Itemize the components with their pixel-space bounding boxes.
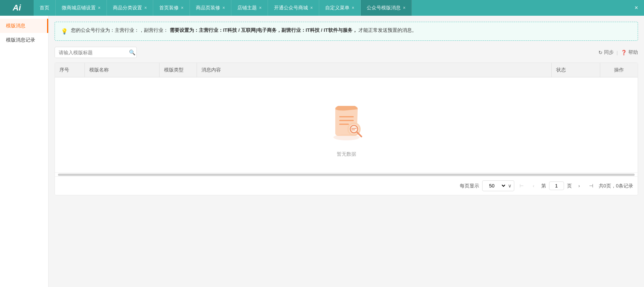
- tab-open-wechat-shop[interactable]: 开通公众号商城×: [268, 0, 319, 16]
- page-size-select-wrapper: 50 10 20 100 ∨: [482, 180, 514, 191]
- tab-label-open-wechat-shop: 开通公众号商城: [274, 4, 308, 11]
- page-size-chevron: ∨: [508, 183, 512, 189]
- page-label: 第: [541, 183, 546, 189]
- tab-shop-theme[interactable]: 店铺主题×: [231, 0, 268, 16]
- tab-category-settings[interactable]: 商品分类设置×: [107, 0, 153, 16]
- total-info: 共0页，0条记录: [599, 183, 633, 189]
- table-header: 序号 模版名称 模版类型 消息内容 状态 操作: [55, 63, 638, 77]
- help-icon: ❓: [621, 50, 627, 55]
- scroll-area[interactable]: [55, 172, 638, 176]
- tab-label-category-settings: 商品分类设置: [113, 4, 142, 11]
- tab-label-template-message: 公众号模版消息: [367, 4, 401, 11]
- sync-icon: ↻: [598, 50, 603, 55]
- notice-text: 您的公众号行业为：主营行业：，副营行业： 需要设置为：主营行业：IT科技 / 互…: [71, 27, 417, 34]
- page-prev-button[interactable]: ‹: [529, 181, 538, 190]
- tab-close-category-settings[interactable]: ×: [144, 5, 147, 10]
- logo: Ai: [0, 0, 34, 16]
- help-button[interactable]: ❓ 帮助: [621, 49, 638, 56]
- tab-close-shop-theme[interactable]: ×: [259, 5, 262, 10]
- tab-shop-settings[interactable]: 微商城店铺设置×: [56, 0, 107, 16]
- col-header-content: 消息内容: [197, 63, 552, 77]
- tab-label-home: 首页: [40, 4, 49, 11]
- notice-banner: 💡 您的公众号行业为：主营行业：，副营行业： 需要设置为：主营行业：IT科技 /…: [55, 22, 638, 41]
- sidebar-item-template-message[interactable]: 模版消息: [0, 19, 48, 33]
- page-size-label: 每页显示: [460, 183, 479, 189]
- toolbar-right: ↻ 同步 | ❓ 帮助: [598, 49, 638, 56]
- sidebar-item-template-message-log[interactable]: 模版消息记录: [0, 33, 48, 47]
- search-button[interactable]: 🔍: [125, 47, 137, 58]
- search-box: 🔍: [55, 47, 137, 58]
- tab-close-custom-menu[interactable]: ×: [352, 5, 354, 10]
- pagination: 每页显示 50 10 20 100 ∨ ⊢ ‹ 第 页 › ⊣ 共0页，0: [55, 176, 638, 195]
- tab-custom-menu[interactable]: 自定义菜单×: [319, 0, 361, 16]
- tab-label-shop-settings: 微商城店铺设置: [62, 4, 96, 11]
- notice-icon: 💡: [61, 27, 68, 36]
- page-last-button[interactable]: ⊣: [587, 181, 596, 190]
- tab-home-decor[interactable]: 首页装修×: [153, 0, 190, 16]
- sync-button[interactable]: ↻ 同步: [598, 49, 614, 56]
- tab-template-message[interactable]: 公众号模版消息×: [361, 0, 412, 16]
- page-next-button[interactable]: ›: [575, 181, 584, 190]
- tab-product-decor[interactable]: 商品页装修×: [190, 0, 231, 16]
- content-area: 💡 您的公众号行业为：主营行业：，副营行业： 需要设置为：主营行业：IT科技 /…: [49, 16, 644, 287]
- top-nav: Ai 首页微商城店铺设置×商品分类设置×首页装修×商品页装修×店铺主题×开通公众…: [0, 0, 644, 16]
- data-table: 序号 模版名称 模版类型 消息内容 状态 操作: [55, 62, 638, 195]
- col-header-name: 模版名称: [85, 63, 160, 77]
- scroll-track[interactable]: [58, 174, 635, 176]
- sidebar: 模版消息模版消息记录: [0, 16, 49, 287]
- tab-home[interactable]: 首页: [34, 0, 56, 16]
- tab-label-product-decor: 商品页装修: [196, 4, 220, 11]
- empty-state: 暂无数据: [55, 77, 638, 172]
- col-header-seq: 序号: [55, 63, 85, 77]
- tab-label-shop-theme: 店铺主题: [237, 4, 257, 11]
- empty-icon: [324, 100, 369, 145]
- tab-label-custom-menu: 自定义菜单: [325, 4, 349, 11]
- tab-close-open-wechat-shop[interactable]: ×: [310, 5, 313, 10]
- tab-label-home-decor: 首页装修: [159, 4, 179, 11]
- main-layout: 模版消息模版消息记录 💡 您的公众号行业为：主营行业：，副营行业： 需要设置为：…: [0, 16, 644, 287]
- page-size-select[interactable]: 50 10 20 100: [485, 181, 506, 190]
- page-number-input[interactable]: [549, 181, 564, 190]
- tab-close-shop-settings[interactable]: ×: [98, 5, 101, 10]
- col-header-status: 状态: [552, 63, 600, 77]
- toolbar-divider: |: [617, 50, 618, 55]
- global-close-button[interactable]: ×: [629, 4, 644, 11]
- tab-close-template-message[interactable]: ×: [403, 5, 406, 10]
- tab-close-product-decor[interactable]: ×: [222, 5, 225, 10]
- col-header-type: 模版类型: [160, 63, 197, 77]
- page-unit: 页: [567, 183, 572, 189]
- col-header-action: 操作: [600, 63, 638, 77]
- nav-tabs: 首页微商城店铺设置×商品分类设置×首页装修×商品页装修×店铺主题×开通公众号商城…: [34, 0, 629, 16]
- toolbar: 🔍 ↻ 同步 | ❓ 帮助: [55, 47, 638, 58]
- page-first-button[interactable]: ⊢: [517, 181, 526, 190]
- tab-close-home-decor[interactable]: ×: [181, 5, 184, 10]
- search-input[interactable]: [55, 48, 125, 58]
- empty-state-text: 暂无数据: [337, 151, 356, 158]
